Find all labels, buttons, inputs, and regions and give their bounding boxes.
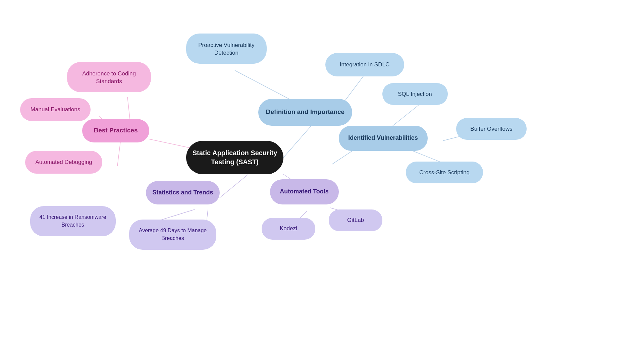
node-kodezi — [262, 218, 315, 240]
node-identified-vulnerabilities — [339, 126, 428, 151]
node-cross-site-scripting — [406, 162, 483, 183]
node-sql-injection — [382, 83, 448, 105]
svg-line-2 — [220, 174, 248, 198]
node-definition-importance — [258, 99, 352, 126]
node-buffer-overflows — [456, 118, 527, 140]
node-proactive-vulnerability — [186, 34, 267, 64]
node-manual-evaluations — [20, 98, 91, 121]
node-integration-sdlc — [325, 53, 404, 76]
mindmap-center — [186, 141, 283, 174]
node-gitlab — [329, 209, 382, 231]
node-best-practices — [82, 119, 149, 142]
node-adherence-coding — [67, 62, 151, 92]
svg-line-9 — [117, 139, 121, 166]
node-ransomware-breaches — [30, 206, 116, 236]
node-statistics-trends — [146, 181, 220, 204]
node-automated-debugging — [25, 151, 102, 174]
node-avg49-days — [129, 220, 216, 250]
node-automated-tools — [270, 179, 339, 204]
